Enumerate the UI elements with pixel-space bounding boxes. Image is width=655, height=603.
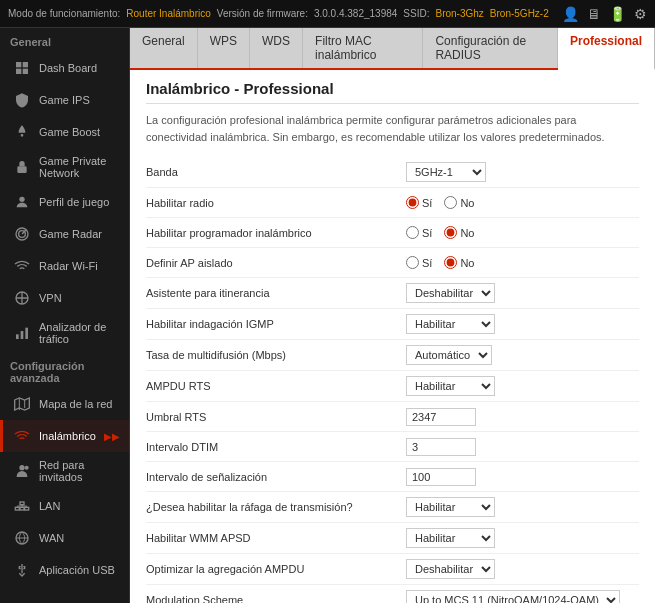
network-icon[interactable]: 🖥: [587, 6, 601, 22]
sidebar-label-gameradar: Game Radar: [39, 228, 119, 240]
sidebar-section-general: General: [0, 28, 129, 52]
sidebar-label-trafficanalyzer: Analizador de tráfico: [39, 321, 119, 345]
sidebar-item-gameradar[interactable]: Game Radar: [0, 218, 129, 250]
radio-option-sí[interactable]: Sí: [406, 256, 432, 269]
tab-wds[interactable]: WDS: [250, 28, 303, 68]
sidebar-label-perfil: Perfil de juego: [39, 196, 119, 208]
svg-rect-11: [21, 331, 24, 339]
page-body: Inalámbrico - Professional La configurac…: [130, 70, 655, 603]
select-5[interactable]: HabilitarDeshabilitar: [406, 314, 495, 334]
radio-group-2: SíNo: [406, 226, 639, 239]
select-6[interactable]: Automático125.5: [406, 345, 492, 365]
radio-group-3: SíNo: [406, 256, 639, 269]
sidebar-label-networkmap: Mapa de la red: [39, 398, 119, 410]
form-row-1: Habilitar radioSíNo: [146, 188, 639, 218]
sidebar-item-networkmap[interactable]: Mapa de la red: [0, 388, 129, 420]
sidebar: General Dash Board Game IPS Game Boost: [0, 28, 130, 603]
sidebar-item-wireless[interactable]: Inalámbrico ▶▶: [0, 420, 129, 452]
form-row-12: Habilitar WMM APSDHabilitarDeshabilitar: [146, 523, 639, 554]
ssid-2g-link[interactable]: Bron-3Ghz: [435, 8, 483, 19]
main-content: General WPS WDS Filtro MAC inalámbrico C…: [130, 28, 655, 603]
sidebar-label-radarwifi: Radar Wi-Fi: [39, 260, 119, 272]
sidebar-item-wan[interactable]: WAN: [0, 522, 129, 554]
firmware-value: 3.0.0.4.382_13984: [314, 8, 397, 19]
tab-filtromac[interactable]: Filtro MAC inalámbrico: [303, 28, 423, 68]
battery-icon: 🔋: [609, 6, 626, 22]
sidebar-item-dashboard[interactable]: Dash Board: [0, 52, 129, 84]
radio-option-no[interactable]: No: [444, 226, 474, 239]
svg-rect-12: [25, 328, 28, 339]
select-0[interactable]: 5GHz-15GHz-22.4GHz: [406, 162, 486, 182]
input-10[interactable]: [406, 468, 476, 486]
active-arrow: ▶▶: [104, 431, 120, 442]
vpn-icon: [13, 289, 31, 307]
input-9[interactable]: [406, 438, 476, 456]
form-control-2: SíNo: [406, 226, 639, 239]
sidebar-item-vpn[interactable]: VPN: [0, 282, 129, 314]
tab-professional[interactable]: Professional: [558, 28, 655, 70]
sidebar-item-perfil[interactable]: Perfil de juego: [0, 186, 129, 218]
radio-option-sí[interactable]: Sí: [406, 196, 432, 209]
form-control-0: 5GHz-15GHz-22.4GHz: [406, 162, 639, 182]
svg-point-15: [19, 465, 24, 470]
select-7[interactable]: HabilitarDeshabilitar: [406, 376, 495, 396]
sidebar-label-usb: Aplicación USB: [39, 564, 119, 576]
sidebar-label-gameboost: Game Boost: [39, 126, 119, 138]
tab-radius[interactable]: Configuración de RADIUS: [423, 28, 558, 68]
select-13[interactable]: DeshabilitarHabilitar: [406, 559, 495, 579]
radio-option-no[interactable]: No: [444, 196, 474, 209]
input-8[interactable]: [406, 408, 476, 426]
top-bar: Modo de funcionamiento: Router Inalámbri…: [0, 0, 655, 28]
svg-rect-1: [23, 62, 28, 67]
sidebar-label-gameips: Game IPS: [39, 94, 119, 106]
select-4[interactable]: DeshabilitarHabilitar: [406, 283, 495, 303]
radio-option-sí[interactable]: Sí: [406, 226, 432, 239]
sidebar-item-gameips[interactable]: Game IPS: [0, 84, 129, 116]
sidebar-item-guestnet[interactable]: Red para invitados: [0, 452, 129, 490]
sidebar-item-usb[interactable]: Aplicación USB: [0, 554, 129, 586]
radio-group-1: SíNo: [406, 196, 639, 209]
form-control-5: HabilitarDeshabilitar: [406, 314, 639, 334]
form-control-8: [406, 408, 639, 426]
shield-icon: [13, 91, 31, 109]
form-row-9: Intervalo DTIM: [146, 432, 639, 462]
form-label-10: Intervalo de señalización: [146, 471, 406, 483]
form-row-3: Definir AP aisladoSíNo: [146, 248, 639, 278]
form-row-6: Tasa de multidifusión (Mbps)Automático12…: [146, 340, 639, 371]
sidebar-item-lan[interactable]: LAN: [0, 490, 129, 522]
form-control-11: HabilitarDeshabilitar: [406, 497, 639, 517]
select-12[interactable]: HabilitarDeshabilitar: [406, 528, 495, 548]
form-label-13: Optimizar la agregación AMPDU: [146, 563, 406, 575]
sidebar-item-radarwifi[interactable]: Radar Wi-Fi: [0, 250, 129, 282]
select-11[interactable]: HabilitarDeshabilitar: [406, 497, 495, 517]
sidebar-label-vpn: VPN: [39, 292, 119, 304]
select-14[interactable]: Up to MCS 11 (NitroQAM/1024-QAM)Up to MC…: [406, 590, 620, 603]
tab-general[interactable]: General: [130, 28, 198, 68]
user-icon[interactable]: 👤: [562, 6, 579, 22]
lock-icon: [13, 158, 31, 176]
form-row-11: ¿Desea habilitar la ráfaga de transmisió…: [146, 492, 639, 523]
sidebar-item-gameboost[interactable]: Game Boost: [0, 116, 129, 148]
form-label-2: Habilitar programador inalámbrico: [146, 227, 406, 239]
form-label-4: Asistente para itinerancia: [146, 287, 406, 299]
sidebar-label-guestnet: Red para invitados: [39, 459, 119, 483]
sidebar-item-trafficanalyzer[interactable]: Analizador de tráfico: [0, 314, 129, 352]
user-icon: [13, 193, 31, 211]
form-control-14: Up to MCS 11 (NitroQAM/1024-QAM)Up to MC…: [406, 590, 639, 603]
grid-icon: [13, 59, 31, 77]
form-row-0: Banda5GHz-15GHz-22.4GHz: [146, 157, 639, 188]
ssid-2g-link[interactable]: Bron-5GHz-2: [490, 8, 549, 19]
page-description: La configuración profesional inalámbrica…: [146, 112, 639, 145]
tab-wps[interactable]: WPS: [198, 28, 250, 68]
svg-rect-18: [20, 507, 24, 510]
svg-rect-4: [17, 166, 26, 173]
form-control-9: [406, 438, 639, 456]
svg-rect-17: [15, 507, 19, 510]
radio-option-no[interactable]: No: [444, 256, 474, 269]
svg-rect-19: [25, 507, 29, 510]
gear-icon[interactable]: ⚙: [634, 6, 647, 22]
form-row-13: Optimizar la agregación AMPDUDeshabilita…: [146, 554, 639, 585]
sidebar-label-dashboard: Dash Board: [39, 62, 119, 74]
form-control-10: [406, 468, 639, 486]
sidebar-item-gameprivate[interactable]: Game Private Network: [0, 148, 129, 186]
